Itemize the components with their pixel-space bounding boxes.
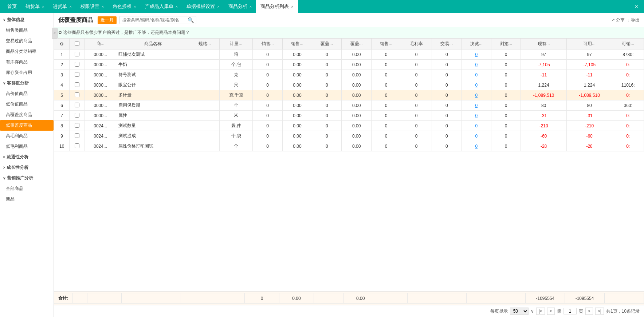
row-checkbox[interactable] bbox=[70, 100, 85, 111]
sidebar-item-low-value[interactable]: 低价值商品 bbox=[0, 99, 54, 110]
sidebar-item-category-rate[interactable]: 商品分类动销率 bbox=[0, 46, 54, 57]
nav-template-settings[interactable]: 单据模板设置 × bbox=[182, 0, 224, 13]
row-checkbox[interactable] bbox=[70, 49, 85, 60]
close-icon[interactable]: × bbox=[291, 4, 293, 9]
row-sales3: 0 bbox=[371, 141, 401, 151]
close-icon[interactable]: × bbox=[250, 4, 252, 9]
row-checkbox[interactable] bbox=[70, 111, 85, 121]
row-name[interactable]: 多计量 bbox=[116, 90, 190, 100]
row-browse1[interactable]: 0 bbox=[462, 121, 491, 131]
row-sales1: 0 bbox=[253, 141, 282, 151]
date-filter-button[interactable]: 近一月 bbox=[98, 16, 117, 24]
nav-permission-settings[interactable]: 权限设置 × bbox=[76, 0, 108, 13]
close-icon[interactable]: × bbox=[134, 4, 136, 9]
nav-home[interactable]: 首页 bbox=[3, 0, 21, 13]
sidebar-item-all-goods[interactable]: 全部商品 bbox=[0, 183, 54, 194]
row-select-checkbox[interactable] bbox=[75, 123, 79, 128]
sidebar-item-high-value[interactable]: 高价值商品 bbox=[0, 88, 54, 99]
row-name[interactable]: 属性价格打印测试 bbox=[116, 141, 190, 151]
sidebar-section-growth-analysis[interactable]: > 成长性分析 bbox=[0, 162, 54, 173]
sidebar-section-marketing-analysis[interactable]: ∨ 营销推广分析 bbox=[0, 173, 54, 183]
row-select-checkbox[interactable] bbox=[75, 92, 79, 97]
column-settings[interactable]: ⚙ bbox=[54, 39, 70, 49]
row-checkbox[interactable] bbox=[70, 90, 85, 100]
row-name[interactable]: 旺辅批次测试 bbox=[116, 49, 190, 60]
row-name[interactable]: 眼宝公仔 bbox=[116, 80, 190, 90]
row-current: -1,089,510 bbox=[521, 90, 567, 100]
page-size-select[interactable]: 50 100 200 bbox=[510, 308, 529, 315]
row-select-checkbox[interactable] bbox=[75, 143, 79, 148]
close-icon[interactable]: × bbox=[217, 4, 219, 9]
close-icon[interactable]: × bbox=[176, 4, 178, 9]
sidebar-item-low-coverage[interactable]: 低覆盖度商品 bbox=[0, 120, 54, 131]
sidebar-item-new-goods[interactable]: 新品 bbox=[0, 194, 54, 205]
sidebar-item-inventory-capital[interactable]: 库存资金占用 bbox=[0, 67, 54, 78]
row-browse2: 0 bbox=[491, 131, 521, 141]
sidebar-section-overall[interactable]: ∨ 整体信息 bbox=[0, 15, 54, 25]
row-browse1[interactable]: 0 bbox=[462, 80, 491, 90]
nav-goods-analysis-list[interactable]: 商品分析列表 × bbox=[256, 0, 298, 13]
close-icon[interactable]: × bbox=[102, 4, 104, 9]
row-sales1: 0 bbox=[253, 60, 282, 70]
row-name[interactable]: 启用保质期 bbox=[116, 100, 190, 111]
row-browse1[interactable]: 0 bbox=[462, 141, 491, 151]
next-page-button[interactable]: > bbox=[585, 308, 593, 315]
sidebar-item-sales-goods[interactable]: 销售类商品 bbox=[0, 25, 54, 36]
row-browse1[interactable]: 0 bbox=[462, 100, 491, 111]
sidebar-item-low-margin[interactable]: 低毛利商品 bbox=[0, 141, 54, 152]
first-page-button[interactable]: |< bbox=[536, 308, 545, 315]
row-gross: 0 bbox=[401, 80, 432, 90]
row-checkbox[interactable] bbox=[70, 131, 85, 141]
row-checkbox[interactable] bbox=[70, 60, 85, 70]
row-checkbox[interactable] bbox=[70, 141, 85, 151]
row-select-checkbox[interactable] bbox=[75, 52, 79, 56]
row-select-checkbox[interactable] bbox=[75, 72, 79, 77]
row-select-checkbox[interactable] bbox=[75, 82, 79, 87]
page-number-input[interactable] bbox=[564, 308, 577, 314]
row-name[interactable]: 符号测试 bbox=[116, 70, 190, 80]
sidebar-collapse-button[interactable]: « bbox=[52, 28, 58, 39]
sidebar-item-traded-goods[interactable]: 交易过的商品 bbox=[0, 36, 54, 46]
column-checkbox[interactable] bbox=[70, 39, 85, 49]
row-spec bbox=[190, 111, 219, 121]
row-browse1[interactable]: 0 bbox=[462, 111, 491, 121]
share-button[interactable]: ↗ 分享 bbox=[611, 17, 625, 23]
last-page-button[interactable]: >| bbox=[595, 308, 604, 315]
row-name[interactable]: 属性 bbox=[116, 111, 190, 121]
row-name[interactable]: 牛奶 bbox=[116, 60, 190, 70]
search-icon[interactable]: 🔍 bbox=[188, 17, 194, 23]
row-checkbox[interactable] bbox=[70, 80, 85, 90]
row-avail: -60 bbox=[566, 131, 612, 141]
row-browse1[interactable]: 0 bbox=[462, 49, 491, 60]
row-select-checkbox[interactable] bbox=[75, 103, 79, 107]
window-close-button[interactable]: × bbox=[632, 3, 641, 10]
nav-role-auth[interactable]: 角色授权 × bbox=[108, 0, 140, 13]
row-name[interactable]: 测试数量 bbox=[116, 121, 190, 131]
sidebar-item-inventory-goods[interactable]: 有库存商品 bbox=[0, 57, 54, 67]
row-name[interactable]: 测试提成 bbox=[116, 131, 190, 141]
row-select-checkbox[interactable] bbox=[75, 62, 79, 67]
nav-purchase-order[interactable]: 进货单 × bbox=[48, 0, 76, 13]
row-avail: -11 bbox=[566, 70, 612, 80]
prev-page-button[interactable]: < bbox=[547, 308, 555, 315]
nav-sales-order[interactable]: 销货单 × bbox=[21, 0, 48, 13]
export-button[interactable]: ↓ 导出 bbox=[628, 17, 640, 23]
close-icon[interactable]: × bbox=[69, 4, 71, 9]
row-checkbox[interactable] bbox=[70, 121, 85, 131]
row-checkbox[interactable] bbox=[70, 70, 85, 80]
sidebar-item-high-margin[interactable]: 高毛利商品 bbox=[0, 131, 54, 141]
row-browse1[interactable]: 0 bbox=[462, 60, 491, 70]
sidebar-item-high-coverage[interactable]: 高覆盖度商品 bbox=[0, 110, 54, 120]
close-icon[interactable]: × bbox=[42, 4, 44, 9]
row-browse1[interactable]: 0 bbox=[462, 70, 491, 80]
row-browse1[interactable]: 0 bbox=[462, 90, 491, 100]
row-select-checkbox[interactable] bbox=[75, 133, 79, 138]
row-browse1[interactable]: 0 bbox=[462, 131, 491, 141]
nav-goods-analysis[interactable]: 商品分析 × bbox=[224, 0, 256, 13]
sidebar-section-flow-analysis[interactable]: > 流通性分析 bbox=[0, 152, 54, 162]
search-input[interactable] bbox=[122, 17, 188, 23]
nav-product-warehouse[interactable]: 产成品入库单 × bbox=[141, 0, 182, 13]
sidebar-section-customer-analysis[interactable]: ∨ 客群度分析 bbox=[0, 78, 54, 88]
row-select-checkbox[interactable] bbox=[75, 113, 79, 118]
select-all-checkbox[interactable] bbox=[75, 41, 79, 46]
